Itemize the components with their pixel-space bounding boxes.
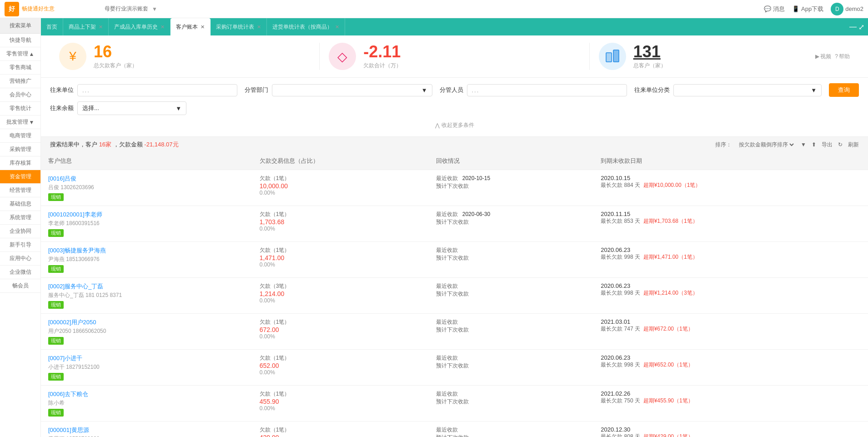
tab-finished-goods[interactable]: 产成品入库单历史 ✕ — [109, 18, 171, 35]
debt-pct-6: 0.00% — [260, 405, 421, 412]
overdue-amount-link-0[interactable]: 超期¥10,000.00（1笔） — [643, 182, 701, 188]
sort-arrow: ▼ — [801, 141, 806, 148]
tab-customer-account[interactable]: 客户账本 ✕ — [171, 18, 211, 35]
debt-amount-5[interactable]: 652.00 — [260, 362, 421, 369]
customer-sub-5: 小进干 18279152100 — [48, 363, 245, 371]
table-header: 客户信息 欠款交易信息（占比） 回收情况 到期未收款日期 — [41, 152, 868, 170]
tab-expand-icon[interactable]: ⤢ — [858, 23, 864, 31]
overdue-amount-link-4[interactable]: 超期¥672.00（1笔） — [643, 326, 693, 332]
debt-count-2: 欠款（1笔） — [260, 246, 421, 254]
overdue-amount-link-6[interactable]: 超期¥455.90（1笔） — [643, 397, 693, 404]
overdue-amount-link-7[interactable]: 超期¥429.00（1笔） — [643, 433, 693, 437]
overdue-amount-link-1[interactable]: 超期¥1,703.68（1笔） — [643, 218, 698, 224]
col-debt-info: 欠款交易信息（占比） — [252, 152, 429, 170]
export-btn[interactable]: 导出 — [822, 141, 833, 149]
table-row: [0003]畅捷服务尹海燕 尹海燕 18513066976 现销 欠款（1笔） … — [41, 242, 868, 278]
filter-input-person[interactable]: ... — [467, 84, 627, 96]
tab-product-status-close[interactable]: ✕ — [99, 24, 103, 30]
sidebar-item-system[interactable]: 系统管理 — [0, 211, 40, 225]
overdue-amount-link-2[interactable]: 超期¥1,471.00（1笔） — [643, 254, 698, 260]
tab-purchase-stats[interactable]: 采购订单统计表 ✕ — [211, 18, 267, 35]
result-prefix: 搜索结果中，客户 — [50, 141, 97, 148]
sidebar-item-member[interactable]: 会员中心 — [0, 88, 40, 102]
stat-info-debt: 16 总欠款客户（家） — [94, 44, 137, 70]
debt-amount-1[interactable]: 1,703.68 — [260, 218, 421, 226]
customer-tag-5: 现销 — [48, 373, 64, 381]
sidebar-item-inventory[interactable]: 库存核算 — [0, 156, 40, 170]
due-date-1: 2020.11.15 — [601, 211, 861, 217]
customer-name-3[interactable]: [0002]服务中心_丁磊 — [48, 282, 245, 291]
customer-name-1[interactable]: [0001020001]李老师 — [48, 211, 245, 219]
last-collection-label-3: 最近收款 — [436, 282, 587, 290]
tab-product-status[interactable]: 商品上下架 ✕ — [63, 18, 109, 35]
debt-amount-6[interactable]: 455.90 — [260, 398, 421, 405]
stat-icon-total-debt: ◇ — [329, 43, 356, 70]
stat-number-total-debt: -2.11 — [363, 44, 401, 60]
sidebar-item-ecommerce[interactable]: 电商管理 — [0, 129, 40, 143]
sidebar-item-retail-mall[interactable]: 零售商城 — [0, 61, 40, 75]
help-btn[interactable]: ? 帮助 — [835, 53, 850, 60]
filter-select-category[interactable]: ▼ — [673, 84, 822, 96]
sidebar-search[interactable]: 搜索菜单 — [0, 18, 40, 34]
cell-due-4: 2021.03.01 最长欠款 747 天 超期¥672.00（1笔） — [593, 314, 868, 350]
app-download-label: App下载 — [801, 5, 823, 13]
customer-sub-6: 陈小希 — [48, 399, 245, 407]
sidebar-item-member2[interactable]: 畅会员 — [0, 279, 40, 293]
customer-sub-4: 用户2050 18665062050 — [48, 327, 245, 335]
customer-name-5[interactable]: [0007]小进干 — [48, 354, 245, 362]
user-avatar-btn[interactable]: D demo2 — [831, 3, 863, 15]
sidebar-item-wholesale-mgmt[interactable]: 批发管理 ▼ — [0, 116, 40, 129]
debt-amount-3[interactable]: 1,214.00 — [260, 290, 421, 297]
debt-amount-7[interactable]: 429.00 — [260, 434, 421, 437]
filter-select-balance[interactable]: 选择... ▼ — [77, 101, 186, 115]
sidebar-item-quick-nav[interactable]: 快捷导航 — [0, 34, 40, 47]
sidebar-item-newbie[interactable]: 新手引导 — [0, 238, 40, 252]
stat-icon-debt: ¥ — [59, 43, 86, 70]
sidebar-item-finance[interactable]: 资金管理 — [0, 170, 40, 184]
filter-select-dept[interactable]: ▼ — [272, 84, 432, 96]
sidebar-item-enterprise[interactable]: 企业协同 — [0, 225, 40, 238]
message-btn[interactable]: 💬 消息 — [764, 5, 785, 13]
customer-name-6[interactable]: [0006]去下粮仓 — [48, 390, 245, 398]
customer-name-0[interactable]: [0016]吕俊 — [48, 175, 245, 183]
stat-label-debt: 总欠款客户（家） — [94, 62, 137, 70]
sidebar-item-basic-info[interactable]: 基础信息 — [0, 197, 40, 211]
tab-home[interactable]: 首页 — [41, 18, 63, 35]
debt-amount-2[interactable]: 1,471.00 — [260, 254, 421, 261]
sidebar-item-retail-mgmt[interactable]: 零售管理 ▲ — [0, 47, 40, 61]
refresh-btn[interactable]: 刷新 — [848, 141, 859, 149]
cell-customer-4: [000002]用户2050 用户2050 18665062050 现销 — [41, 314, 252, 350]
sidebar-item-purchase[interactable]: 采购管理 — [0, 143, 40, 156]
sidebar-item-wechat[interactable]: 企业微信 — [0, 266, 40, 279]
tab-customer-account-close[interactable]: ✕ — [201, 24, 205, 30]
sidebar-item-operations[interactable]: 经营管理 — [0, 184, 40, 197]
filter-input-unit[interactable]: ... — [77, 84, 237, 96]
tab-finished-goods-close[interactable]: ✕ — [161, 24, 165, 30]
tab-goods-stats-close[interactable]: ✕ — [335, 24, 339, 30]
tab-goods-stats[interactable]: 进货单统计表（按商品） ✕ — [267, 18, 345, 35]
sort-select[interactable]: 按欠款金额倒序排序 — [737, 141, 795, 148]
logo-area: 好 畅捷通好生意 — [5, 2, 95, 16]
sidebar-item-retail-stats[interactable]: 零售统计 — [0, 102, 40, 116]
result-info: 搜索结果中，客户 16家 ，欠款金额 -21,148.07元 — [50, 141, 179, 149]
tab-minimize-icon[interactable]: — — [849, 23, 857, 31]
company-dropdown-icon[interactable]: ▼ — [152, 6, 157, 12]
customer-tag-2: 现销 — [48, 265, 64, 273]
app-download-btn[interactable]: 📱 App下载 — [792, 5, 823, 13]
debt-amount-4[interactable]: 672.00 — [260, 326, 421, 333]
tab-purchase-stats-close[interactable]: ✕ — [257, 24, 261, 30]
customer-name-4[interactable]: [000002]用户2050 — [48, 318, 245, 326]
sidebar-item-app-center[interactable]: 应用中心 — [0, 252, 40, 266]
video-btn[interactable]: ▶ 视频 — [815, 53, 831, 60]
debt-amount-0[interactable]: 10,000.00 — [260, 182, 421, 190]
customer-name-7[interactable]: [000001]黄思源 — [48, 426, 245, 434]
overdue-amount-link-3[interactable]: 超期¥1,214.00（3笔） — [643, 290, 698, 296]
sidebar-item-marketing[interactable]: 营销推广 — [0, 75, 40, 88]
search-button[interactable]: 查询 — [829, 83, 859, 97]
overdue-amount-link-5[interactable]: 超期¥652.00（1笔） — [643, 362, 693, 368]
collapse-btn[interactable]: ⋀ 收起更多条件 — [435, 121, 474, 129]
last-collection-label-5: 最近收款 — [436, 354, 587, 362]
avatar: D — [831, 3, 843, 15]
customer-name-2[interactable]: [0003]畅捷服务尹海燕 — [48, 246, 245, 255]
cell-collection-0: 最近收款 2020-10-15 预计下次收款 — [429, 170, 594, 206]
